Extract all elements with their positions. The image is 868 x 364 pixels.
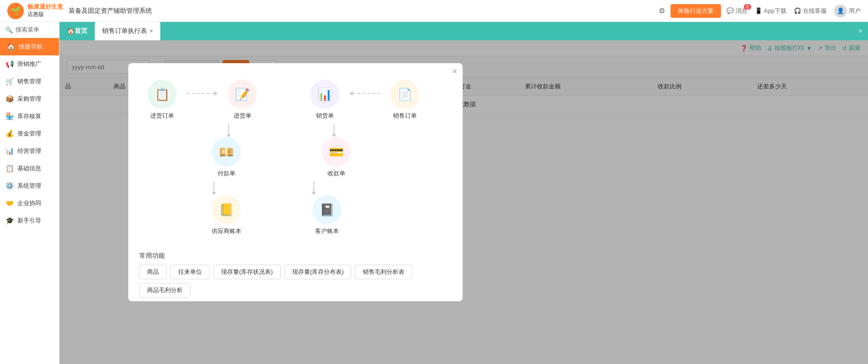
sidebar-item-sales[interactable]: 🛒销售管理	[0, 73, 59, 90]
arrow-head	[214, 91, 218, 96]
node-purchase-bill[interactable]: 📝 进货单	[219, 80, 265, 120]
app-wrapper: 🌱 畅康通好生意 店惠版 装备及固定资产辅助管理系统 ⚙ 体验行业方案 💬 消息…	[0, 0, 868, 364]
v-line4	[313, 181, 314, 192]
sidebar-item-system[interactable]: ⚙️系统管理	[0, 177, 59, 195]
arrow-row-v2	[203, 181, 316, 195]
nav-icon-quick-nav: 🏠	[7, 43, 15, 51]
message-icon-item[interactable]: 💬 消息 6	[726, 7, 748, 15]
v-line3	[213, 181, 214, 192]
nav-label-enterprise: 企业协同	[17, 199, 41, 207]
payment-circle: 💴	[212, 137, 241, 167]
sidebar-item-enterprise[interactable]: 🤝企业协同	[0, 195, 59, 212]
app-download-item[interactable]: 📱 App下载	[755, 7, 786, 15]
sales-order-circle: 📄	[390, 80, 420, 109]
flow-row-3: 📒 供应商账本 📓 客户账本	[203, 195, 350, 235]
purchase-order-circle: 📋	[147, 80, 177, 109]
sidebar-nav: 🏠快捷导航📢营销推广🛒销售管理📦采购管理🏪库存核算💰资金管理📊经营管理📋基础信息…	[0, 38, 59, 229]
node-sales-order[interactable]: 📄 销售订单	[382, 80, 428, 120]
sidebar-item-inventory[interactable]: 🏪库存核算	[0, 108, 59, 125]
modal-close-icon[interactable]: ×	[452, 67, 457, 76]
nav-label-inventory: 库存核算	[17, 112, 41, 120]
common-functions-title: 常用功能	[139, 252, 452, 260]
tab-close-icon[interactable]: ×	[150, 28, 153, 34]
arrow-line-rev	[353, 93, 380, 94]
logo-icon: 🌱	[7, 3, 24, 19]
tab-sales-order[interactable]: 销售订单执行表 ×	[95, 22, 160, 40]
online-service-item[interactable]: 🎧 在线客服	[794, 7, 827, 15]
flow-diagram: 📋 进货订单 📝	[139, 74, 452, 244]
func-btn-5[interactable]: 商品毛利分析	[139, 283, 191, 298]
logo-text: 畅康通好生意 店惠版	[27, 3, 63, 18]
quick-guide-modal: × 📋 进货订单	[128, 63, 463, 301]
node-sales-bill[interactable]: 📊 销货单	[302, 80, 348, 120]
sidebar-item-operations[interactable]: 📊经营管理	[0, 142, 59, 160]
user-item[interactable]: 👤 用户	[834, 5, 861, 17]
brand-name: 畅康通好生意	[27, 3, 63, 11]
v-line	[228, 124, 229, 134]
top-bar: 🌱 畅康通好生意 店惠版 装备及固定资产辅助管理系统 ⚙ 体验行业方案 💬 消息…	[0, 0, 868, 22]
app-download-icon: 📱	[755, 7, 762, 14]
arrow-down-purchase	[226, 124, 231, 137]
search-icon: 🔍	[5, 27, 13, 33]
nav-label-purchase: 采购管理	[17, 95, 41, 103]
online-service-label: 在线客服	[803, 7, 827, 15]
home-icon: 🏠	[67, 27, 75, 35]
flow-row-1: 📋 进货订单 📝	[139, 80, 428, 120]
arrow-head-left	[349, 91, 353, 96]
node-receipt[interactable]: 💳 收款单	[313, 137, 359, 178]
func-btn-4[interactable]: 销售毛利分析表	[355, 265, 412, 279]
nav-label-basic-info: 基础信息	[17, 164, 41, 173]
arrow-down-payment	[212, 181, 216, 195]
arrow-down3	[212, 192, 216, 195]
customer-ledger-circle: 📓	[312, 195, 342, 224]
sidebar-search[interactable]: 🔍 搜索菜单	[0, 22, 59, 38]
nav-icon-newbie: 🎓	[5, 217, 14, 225]
sidebar-item-basic-info[interactable]: 📋基础信息	[0, 160, 59, 177]
nav-icon-inventory: 🏪	[5, 112, 14, 120]
spacer1	[139, 124, 226, 137]
sidebar-item-purchase[interactable]: 📦采购管理	[0, 90, 59, 108]
v-line2	[333, 124, 334, 134]
sidebar-item-quick-nav[interactable]: 🏠快捷导航	[0, 38, 59, 55]
purchase-bill-circle: 📝	[228, 80, 257, 109]
nav-icon-system: ⚙️	[5, 182, 14, 190]
sales-bill-circle: 📊	[310, 80, 339, 109]
node-supplier-ledger[interactable]: 📒 供应商账本	[203, 195, 249, 235]
node-purchase-order[interactable]: 📋 进货订单	[139, 80, 185, 120]
func-btn-3[interactable]: 现存量(库存分布表)	[284, 265, 352, 279]
arrow-down2	[332, 134, 336, 137]
node-payment[interactable]: 💴 付款单	[203, 137, 249, 178]
func-btn-0[interactable]: 商品	[139, 265, 167, 279]
overlay: × 📋 进货订单	[60, 40, 868, 364]
func-btn-2[interactable]: 现存量(库存状况表)	[213, 265, 281, 279]
function-buttons-container: 商品往来单位现存量(库存状况表)现存量(库存分布表)销售毛利分析表商品毛利分析	[139, 265, 452, 298]
sidebar-item-marketing[interactable]: 📢营销推广	[0, 55, 59, 73]
tab-home[interactable]: 🏠 首页	[60, 22, 95, 40]
experience-button[interactable]: 体验行业方案	[671, 4, 721, 18]
nav-icon-purchase: 📦	[5, 95, 14, 103]
nav-label-marketing: 营销推广	[17, 60, 41, 68]
arrow-down-receipt	[311, 181, 316, 195]
nav-icon-finance: 💰	[5, 130, 14, 138]
nav-icon-operations: 📊	[5, 147, 14, 155]
node-customer-ledger[interactable]: 📓 客户账本	[304, 195, 350, 235]
receipt-label: 收款单	[328, 169, 345, 178]
tab-bar: 🏠 首页 销售订单执行表 × ×	[60, 22, 868, 40]
message-badge: 6	[744, 4, 751, 10]
spacer4	[216, 181, 311, 195]
arrow-line	[187, 93, 214, 94]
sidebar-item-newbie[interactable]: 🎓新手引导	[0, 212, 59, 229]
sidebar-item-finance[interactable]: 💰资金管理	[0, 125, 59, 142]
sidebar: 🔍 搜索菜单 🏠快捷导航📢营销推广🛒销售管理📦采购管理🏪库存核算💰资金管理📊经营…	[0, 22, 60, 364]
arrow-sales-order-to-bill	[349, 91, 380, 96]
nav-icon-basic-info: 📋	[5, 164, 14, 173]
settings-icon[interactable]: ⚙	[659, 6, 665, 15]
user-label: 用户	[849, 7, 861, 15]
arrow-down	[226, 134, 231, 137]
supplier-ledger-circle: 📒	[212, 195, 241, 224]
func-btn-1[interactable]: 往来单位	[170, 265, 210, 279]
logo-area: 🌱 畅康通好生意 店惠版	[7, 3, 63, 19]
tab-bar-close-icon[interactable]: ×	[858, 27, 863, 35]
supplier-ledger-label: 供应商账本	[212, 227, 241, 235]
sales-bill-label: 销货单	[316, 112, 334, 120]
